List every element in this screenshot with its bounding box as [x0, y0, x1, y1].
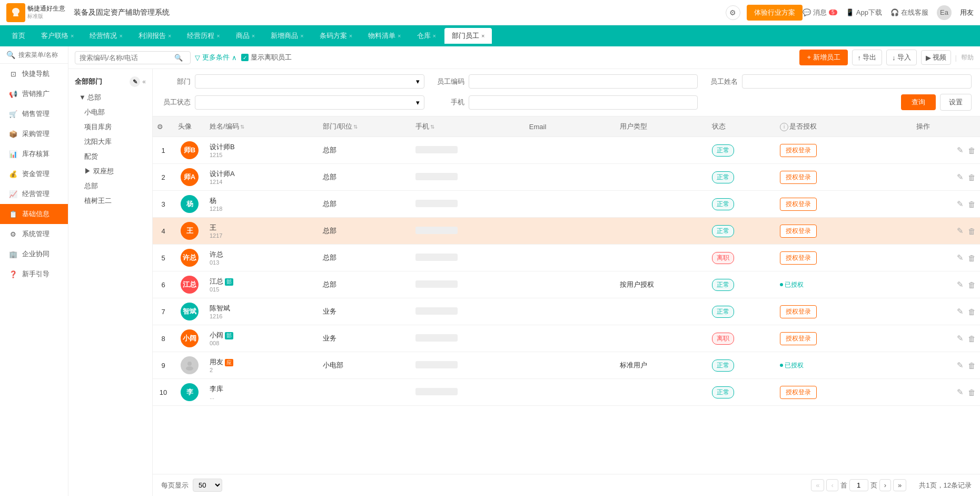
- last-page-btn[interactable]: »: [893, 479, 906, 491]
- nav-tab-close-icon[interactable]: ×: [168, 33, 171, 39]
- nav-tab-close-icon[interactable]: ×: [398, 33, 401, 39]
- edit-icon-7[interactable]: ✎: [957, 307, 964, 316]
- add-employee-btn[interactable]: + 新增员工: [799, 50, 847, 65]
- nav-tab-利润报告[interactable]: 利润报告×: [131, 28, 179, 44]
- dept-node-double-dream[interactable]: ▶ 双座想: [68, 164, 152, 179]
- delete-icon-3[interactable]: 🗑: [968, 200, 976, 209]
- dept-node-small-elec[interactable]: 小电部: [68, 105, 152, 120]
- auth-login-btn[interactable]: 授权登录: [780, 251, 817, 265]
- delete-icon-1[interactable]: 🗑: [968, 146, 976, 155]
- sidebar-item-inventory[interactable]: 📊 库存核算: [0, 144, 68, 164]
- nav-tab-商品[interactable]: 商品×: [229, 28, 262, 44]
- view-btn[interactable]: ▶ 视频: [921, 50, 951, 65]
- auth-login-btn[interactable]: 授权登录: [780, 171, 817, 184]
- col-auth-8[interactable]: 授权登录: [776, 325, 912, 352]
- more-conditions-btn[interactable]: ▽ 更多条件 ∧: [195, 53, 237, 62]
- next-page-btn[interactable]: ›: [879, 479, 891, 491]
- nav-tab-经营历程[interactable]: 经营历程×: [180, 28, 227, 44]
- nav-tab-close-icon[interactable]: ×: [252, 33, 255, 39]
- app-download-action[interactable]: 📱 App下载: [846, 8, 882, 17]
- edit-icon-6[interactable]: ✎: [957, 280, 964, 289]
- edit-icon-9[interactable]: ✎: [957, 361, 964, 370]
- auth-login-btn[interactable]: 授权登录: [780, 386, 817, 399]
- edit-icon-1[interactable]: ✎: [957, 145, 964, 155]
- message-action[interactable]: 💬 消息 5: [803, 8, 837, 17]
- dept-node-headquarters[interactable]: 总部: [68, 179, 152, 193]
- dept-edit-icon[interactable]: ✎: [130, 76, 140, 87]
- reset-btn[interactable]: 设置: [940, 94, 972, 111]
- page-number-input[interactable]: [849, 479, 868, 491]
- col-auth-10[interactable]: 授权登录: [776, 379, 912, 406]
- delete-icon-9[interactable]: 🗑: [968, 361, 976, 370]
- nav-tab-close-icon[interactable]: ×: [119, 33, 122, 39]
- import-btn[interactable]: ↓ 导入: [886, 50, 917, 65]
- nav-tab-部门员工[interactable]: 部门员工×: [444, 28, 492, 44]
- show-resigned-toggle[interactable]: ✓ 显示离职员工: [241, 53, 292, 62]
- col-header-dept[interactable]: 部门/职位⇅: [319, 116, 411, 137]
- col-auth-3[interactable]: 授权登录: [776, 191, 912, 218]
- sidebar-item-marketing[interactable]: 📢 营销推广: [0, 84, 68, 104]
- query-btn[interactable]: 查询: [901, 94, 936, 110]
- emp-name-input[interactable]: [742, 74, 972, 89]
- dept-node-shenyang[interactable]: 沈阳大库: [68, 134, 152, 149]
- col-auth-7[interactable]: 授权登录: [776, 298, 912, 325]
- dept-node-plant-king[interactable]: 植树王二: [68, 193, 152, 208]
- auth-login-btn[interactable]: 授权登录: [780, 305, 817, 318]
- nav-tab-close-icon[interactable]: ×: [481, 33, 484, 39]
- sidebar-item-guide[interactable]: ❓ 新手引导: [0, 264, 68, 284]
- sidebar-item-operations[interactable]: 📈 经营管理: [0, 184, 68, 204]
- sidebar-search-input[interactable]: [18, 51, 68, 59]
- col-header-name[interactable]: 姓名/编码⇅: [205, 116, 319, 137]
- sidebar-item-basic-info[interactable]: 📋 基础信息: [0, 204, 68, 224]
- nav-tab-close-icon[interactable]: ×: [349, 33, 352, 39]
- nav-tab-close-icon[interactable]: ×: [71, 33, 74, 39]
- edit-icon-8[interactable]: ✎: [957, 334, 964, 343]
- sidebar-item-purchase[interactable]: 📦 采购管理: [0, 124, 68, 144]
- delete-icon-5[interactable]: 🗑: [968, 254, 976, 262]
- phone-input[interactable]: [469, 95, 698, 110]
- delete-icon-10[interactable]: 🗑: [968, 388, 976, 397]
- nav-tab-条码方案[interactable]: 条码方案×: [312, 28, 360, 44]
- delete-icon-2[interactable]: 🗑: [968, 173, 976, 182]
- dept-node-general[interactable]: ▼ 总部: [68, 90, 152, 105]
- help-label[interactable]: 帮助: [961, 53, 974, 62]
- prev-page-btn[interactable]: ‹: [826, 479, 838, 491]
- emp-code-input[interactable]: [469, 74, 698, 89]
- dept-node-project[interactable]: 项目库房: [68, 120, 152, 134]
- nav-tab-新增商品[interactable]: 新增商品×: [263, 28, 311, 44]
- col-header-phone[interactable]: 手机⇅: [411, 116, 524, 137]
- col-auth-4[interactable]: 授权登录: [776, 218, 912, 245]
- online-service-action[interactable]: 🎧 在线客服: [890, 8, 928, 17]
- col-auth-9[interactable]: 已授权: [776, 352, 912, 379]
- dept-select[interactable]: ▾: [195, 74, 424, 89]
- dept-collapse-btn[interactable]: «: [142, 78, 146, 85]
- settings-gear-icon[interactable]: ⚙: [726, 5, 740, 20]
- col-auth-5[interactable]: 授权登录: [776, 245, 912, 271]
- edit-icon-2[interactable]: ✎: [957, 172, 964, 182]
- user-name[interactable]: 用友: [960, 8, 974, 17]
- edit-icon-3[interactable]: ✎: [957, 199, 964, 209]
- edit-icon-4[interactable]: ✎: [957, 226, 964, 236]
- nav-tab-close-icon[interactable]: ×: [433, 33, 436, 39]
- nav-tab-仓库[interactable]: 仓库×: [410, 28, 443, 44]
- delete-icon-6[interactable]: 🗑: [968, 280, 976, 289]
- search-submit-icon[interactable]: 🔍: [174, 54, 183, 62]
- nav-tab-close-icon[interactable]: ×: [216, 33, 220, 39]
- dept-all-label[interactable]: 全部部门: [75, 77, 102, 86]
- auth-login-btn[interactable]: 授权登录: [780, 225, 817, 238]
- nav-tab-客户联络[interactable]: 客户联络×: [34, 28, 81, 44]
- auth-login-btn[interactable]: 授权登录: [780, 144, 817, 157]
- experience-btn[interactable]: 体验行业方案: [747, 5, 803, 21]
- nav-tab-物料清单[interactable]: 物料清单×: [361, 28, 408, 44]
- sidebar-item-company[interactable]: 🏢 企业协同: [0, 244, 68, 264]
- sidebar-item-sales[interactable]: 🛒 销售管理: [0, 104, 68, 124]
- emp-search-input[interactable]: [80, 54, 174, 62]
- col-auth-1[interactable]: 授权登录: [776, 137, 912, 164]
- nav-tab-首页[interactable]: 首页: [4, 28, 33, 44]
- auth-login-btn[interactable]: 授权登录: [780, 198, 817, 211]
- sidebar-item-system[interactable]: ⚙ 系统管理: [0, 224, 68, 244]
- delete-icon-8[interactable]: 🗑: [968, 334, 976, 343]
- sidebar-item-quick-nav[interactable]: ⊡ 快捷导航: [0, 64, 68, 84]
- emp-status-select[interactable]: ▾: [195, 95, 424, 110]
- edit-icon-10[interactable]: ✎: [957, 387, 964, 397]
